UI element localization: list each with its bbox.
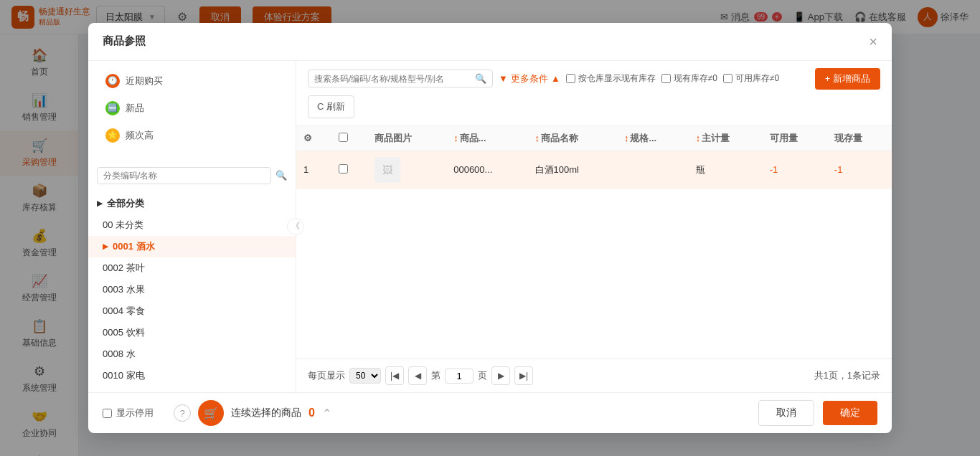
refresh-table-button[interactable]: C 刷新 bbox=[308, 95, 354, 118]
product-search-icon[interactable]: 🔍 bbox=[475, 73, 486, 84]
recent-purchase-label: 近期购买 bbox=[126, 75, 163, 87]
tree-item-tea[interactable]: 0002 茶叶 bbox=[88, 257, 296, 279]
pagination: 每页显示 50 |◀ ◀ 第 页 ▶ ▶| 共1页，1条记录 bbox=[296, 358, 892, 392]
selected-count: 0 bbox=[308, 407, 315, 419]
tree-item-liquor-label: 0001 酒水 bbox=[113, 240, 155, 253]
help-icon[interactable]: ? bbox=[174, 404, 191, 422]
tree-item-fruit-label: 0003 水果 bbox=[103, 283, 145, 296]
recent-purchase-item[interactable]: 🕐 近期购买 bbox=[97, 70, 287, 92]
new-product-icon: 🆕 bbox=[105, 101, 120, 115]
category-search-row: 🔍 bbox=[88, 161, 296, 190]
col-stock[interactable]: 现存量 bbox=[827, 126, 892, 151]
cancel-button[interactable]: 取消 bbox=[758, 400, 814, 426]
col-name[interactable]: ↕商品名称 bbox=[528, 126, 617, 151]
frequent-label: 频次高 bbox=[126, 129, 154, 142]
display-disabled-checkbox-label[interactable]: 显示停用 bbox=[103, 407, 154, 419]
category-tree: ▶ 全部分类 00 未分类 ▶ 0001 酒水 0002 茶叶 0003 水果 bbox=[88, 190, 296, 389]
tree-arrow-liquor: ▶ bbox=[103, 242, 108, 250]
tree-item-snack-label: 0004 零食 bbox=[103, 305, 145, 318]
col-image: 商品图片 bbox=[367, 126, 446, 151]
modal-left-panel: 🕐 近期购买 🆕 新品 ⭐ 频次高 🔍 bbox=[88, 61, 296, 392]
row-code: 000600... bbox=[446, 151, 527, 189]
product-search-box: 🔍 bbox=[308, 70, 493, 87]
col-checkbox[interactable] bbox=[331, 126, 367, 151]
more-filters-button[interactable]: ▼ 更多条件 ▲ bbox=[499, 72, 560, 85]
modal-overlay: 商品参照 × 🕐 近期购买 🆕 新品 ⭐ 频次高 bbox=[0, 0, 980, 456]
row-available: -1 bbox=[763, 151, 827, 189]
col-code[interactable]: ↕商品... bbox=[446, 126, 527, 151]
product-search-input[interactable] bbox=[314, 74, 472, 84]
available-nonzero-input[interactable] bbox=[723, 74, 732, 83]
tree-item-water-label: 0008 水 bbox=[103, 348, 136, 361]
product-table: ⚙ 商品图片 ↕商品... ↕商品名称 ↕规格... ↕主计量 可用量 现存量 bbox=[296, 126, 892, 189]
modal-body: 🕐 近期购买 🆕 新品 ⭐ 频次高 🔍 bbox=[88, 61, 892, 392]
modal-close-button[interactable]: × bbox=[869, 34, 877, 49]
page-number-input[interactable] bbox=[445, 369, 473, 384]
stock-by-warehouse-checkbox[interactable]: 按仓库显示现有库存 bbox=[566, 72, 656, 85]
available-nonzero-checkbox[interactable]: 可用库存≠0 bbox=[723, 72, 779, 85]
category-search-input[interactable] bbox=[97, 167, 271, 184]
last-page-button[interactable]: ▶| bbox=[514, 366, 533, 385]
per-page-label: 每页显示 bbox=[308, 369, 345, 382]
tree-item-liquor[interactable]: ▶ 0001 酒水 bbox=[88, 236, 296, 257]
tree-item-appliance-label: 0010 家电 bbox=[103, 369, 145, 382]
frequent-item[interactable]: ⭐ 频次高 bbox=[97, 124, 287, 147]
col-unit[interactable]: ↕主计量 bbox=[689, 126, 763, 151]
category-search-icon[interactable]: 🔍 bbox=[275, 170, 287, 181]
page-label-post: 页 bbox=[478, 369, 487, 382]
table-row[interactable]: 1 🖼 000600... 白酒100ml 瓶 bbox=[296, 151, 892, 189]
row-spec bbox=[617, 151, 689, 189]
prev-page-button[interactable]: ◀ bbox=[408, 366, 427, 385]
recent-purchase-icon: 🕐 bbox=[105, 74, 120, 88]
stock-by-warehouse-label: 按仓库显示现有库存 bbox=[578, 72, 656, 85]
modal-footer: 显示停用 ? 🛒 连续选择的商品 0 ⌃ 取消 确定 bbox=[88, 392, 892, 433]
tree-item-appliance[interactable]: 0010 家电 bbox=[88, 365, 296, 386]
add-product-button[interactable]: + 新增商品 bbox=[815, 68, 880, 90]
tree-item-all[interactable]: ▶ 全部分类 bbox=[88, 193, 296, 214]
tree-item-fruit[interactable]: 0003 水果 bbox=[88, 279, 296, 300]
new-product-item[interactable]: 🆕 新品 bbox=[97, 97, 287, 120]
per-page-select[interactable]: 50 bbox=[349, 368, 381, 384]
product-reference-modal: 商品参照 × 🕐 近期购买 🆕 新品 ⭐ 频次高 bbox=[88, 23, 892, 433]
page-label-pre: 第 bbox=[431, 369, 440, 382]
col-settings[interactable]: ⚙ bbox=[296, 126, 331, 151]
tree-item-unclassified[interactable]: 00 未分类 bbox=[88, 214, 296, 236]
product-thumbnail: 🖼 bbox=[374, 157, 400, 183]
more-filters-arrow: ▲ bbox=[551, 73, 560, 84]
stock-nonzero-input[interactable] bbox=[661, 74, 671, 83]
tree-item-beverage-label: 0005 饮料 bbox=[103, 326, 145, 339]
tree-arrow-all: ▶ bbox=[97, 199, 103, 207]
tree-item-water[interactable]: 0008 水 bbox=[88, 343, 296, 365]
confirm-button[interactable]: 确定 bbox=[823, 401, 877, 425]
modal-header: 商品参照 × bbox=[88, 23, 892, 61]
tree-item-tea-label: 0002 茶叶 bbox=[103, 262, 145, 275]
tree-item-beverage[interactable]: 0005 饮料 bbox=[88, 322, 296, 343]
display-disabled-checkbox[interactable] bbox=[103, 409, 112, 418]
tree-item-unclassified-label: 00 未分类 bbox=[103, 219, 143, 232]
row-unit: 瓶 bbox=[689, 151, 763, 189]
first-page-button[interactable]: |◀ bbox=[385, 366, 404, 385]
funnel-icon: ▼ bbox=[499, 73, 508, 84]
table-header-row: ⚙ 商品图片 ↕商品... ↕商品名称 ↕规格... ↕主计量 可用量 现存量 bbox=[296, 126, 892, 151]
selected-text: 连续选择的商品 bbox=[231, 407, 301, 419]
row-stock: -1 bbox=[827, 151, 892, 189]
modal-right-panel: 🔍 ▼ 更多条件 ▲ 按仓库显示现有库存 现有库存≠0 bbox=[296, 61, 892, 392]
next-page-button[interactable]: ▶ bbox=[491, 366, 510, 385]
row-num: 1 bbox=[296, 151, 331, 189]
tree-item-snack[interactable]: 0004 零食 bbox=[88, 300, 296, 322]
stock-by-warehouse-input[interactable] bbox=[566, 74, 575, 83]
col-spec[interactable]: ↕规格... bbox=[617, 126, 689, 151]
more-filters-label: 更多条件 bbox=[511, 72, 548, 85]
stock-nonzero-checkbox[interactable]: 现有库存≠0 bbox=[661, 72, 717, 85]
left-collapse-button[interactable]: 《 bbox=[287, 218, 304, 235]
display-disabled-label: 显示停用 bbox=[116, 407, 154, 419]
tree-item-all-label: 全部分类 bbox=[107, 197, 144, 210]
select-all-checkbox[interactable] bbox=[339, 133, 348, 142]
col-available[interactable]: 可用量 bbox=[763, 126, 827, 151]
frequent-icon: ⭐ bbox=[105, 128, 120, 143]
new-product-label: 新品 bbox=[126, 102, 144, 115]
row-select-checkbox[interactable] bbox=[339, 164, 348, 174]
cart-button[interactable]: 🛒 bbox=[198, 400, 224, 426]
row-checkbox[interactable] bbox=[331, 151, 367, 189]
collapse-cart-icon[interactable]: ⌃ bbox=[322, 407, 331, 420]
